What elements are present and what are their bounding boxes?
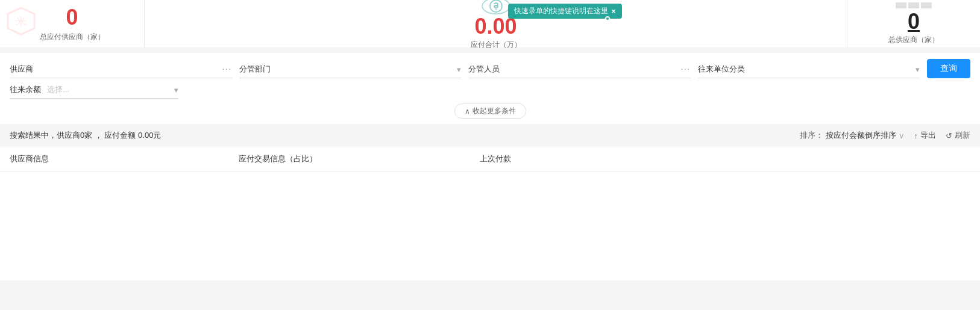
result-text: 搜索结果中，供应商0家 (10, 131, 92, 140)
filter-row-2: 往来余额 选择... ▾ (10, 84, 970, 99)
filter-row-1: 供应商 ··· 分管部门 ▾ 分管人员 ··· 往来单位分类 ▾ 查询 (10, 59, 970, 78)
col-payment-header: 上次付款 (480, 153, 970, 164)
supplier-dots-icon[interactable]: ··· (222, 64, 231, 75)
sort-control[interactable]: 排序： 按应付会额倒序排序 ∨ (800, 130, 905, 141)
sort-label: 排序： (800, 130, 823, 141)
refresh-button[interactable]: ↺ 刷新 (946, 130, 970, 141)
col-transaction-header: 应付交易信息（占比） (239, 153, 480, 164)
collapse-icon: ∧ (465, 107, 470, 116)
balance-placeholder: 选择... (47, 84, 69, 95)
tooltip-dot (605, 16, 610, 21)
export-icon: ↑ (914, 131, 919, 140)
result-info: 搜索结果中，供应商0家 ， 应付金额 0.00元 (10, 130, 161, 141)
filter-dept[interactable]: 分管部门 ▾ (239, 64, 462, 78)
balance-label: 往来余额 (10, 84, 41, 95)
stat-amount-payable: 快速录单的快捷键说明在这里 × 0.00 应付合计（万） (145, 0, 847, 48)
dept-arrow-icon[interactable]: ▾ (457, 65, 461, 74)
filter-bar: 供应商 ··· 分管部门 ▾ 分管人员 ··· 往来单位分类 ▾ 查询 往来余额 (0, 53, 980, 125)
refresh-label[interactable]: 刷新 (955, 130, 970, 141)
result-actions: 排序： 按应付会额倒序排序 ∨ ↑ 导出 ↺ 刷新 (800, 130, 971, 141)
stat-label-total: 总供应商（家） (888, 35, 939, 45)
balance-arrow-icon[interactable]: ▾ (174, 85, 178, 95)
col-supplier-header: 供应商信息 (10, 153, 239, 164)
result-amount: 应付金额 0.00元 (104, 131, 161, 140)
person-dots-icon[interactable]: ··· (680, 64, 690, 75)
sort-value: 按应付会额倒序排序 (826, 130, 896, 141)
unit-class-arrow-icon[interactable]: ▾ (916, 65, 920, 74)
filter-unit-class[interactable]: 往来单位分类 ▾ (698, 64, 920, 78)
sort-arrow-icon[interactable]: ∨ (899, 131, 905, 140)
svg-text:米: 米 (16, 16, 27, 28)
result-bar: 搜索结果中，供应商0家 ， 应付金额 0.00元 排序： 按应付会额倒序排序 ∨… (0, 125, 980, 146)
table-header: 供应商信息 应付交易信息（占比） 上次付款 (0, 146, 980, 172)
supplier-label: 供应商 (10, 64, 33, 75)
refresh-icon: ↺ (946, 131, 952, 140)
amount-icon (482, 0, 510, 14)
tooltip-close-icon[interactable]: × (612, 7, 616, 16)
stat-total-suppliers: 0 总供应商（家） (847, 0, 980, 48)
shortcut-tooltip[interactable]: 快速录单的快捷键说明在这里 × (508, 4, 622, 19)
stat-number-payable: 0 (66, 5, 78, 29)
stat-label-payable: 总应付供应商（家） (40, 32, 105, 42)
stat-number-total: 0 (908, 11, 920, 33)
tooltip-text: 快速录单的快捷键说明在这里 (514, 6, 608, 16)
result-comma: ， (95, 131, 102, 140)
dept-label: 分管部门 (239, 64, 271, 75)
table-body (0, 172, 980, 281)
filter-balance[interactable]: 往来余额 选择... ▾ (10, 84, 178, 99)
stat-label-amount: 应付合计（万） (471, 40, 521, 50)
export-button[interactable]: ↑ 导出 (914, 130, 937, 141)
query-button[interactable]: 查询 (927, 59, 970, 78)
stat-number-amount: 0.00 (474, 16, 517, 37)
collapse-button[interactable]: ∧ 收起更多条件 (454, 104, 526, 119)
filter-person[interactable]: 分管人员 ··· (468, 64, 691, 78)
filter-supplier[interactable]: 供应商 ··· (10, 64, 232, 78)
collapse-label: 收起更多条件 (473, 106, 516, 116)
export-label[interactable]: 导出 (920, 130, 936, 141)
collapse-row: ∧ 收起更多条件 (10, 104, 970, 125)
person-label: 分管人员 (468, 64, 500, 75)
unit-class-label: 往来单位分类 (698, 64, 745, 75)
